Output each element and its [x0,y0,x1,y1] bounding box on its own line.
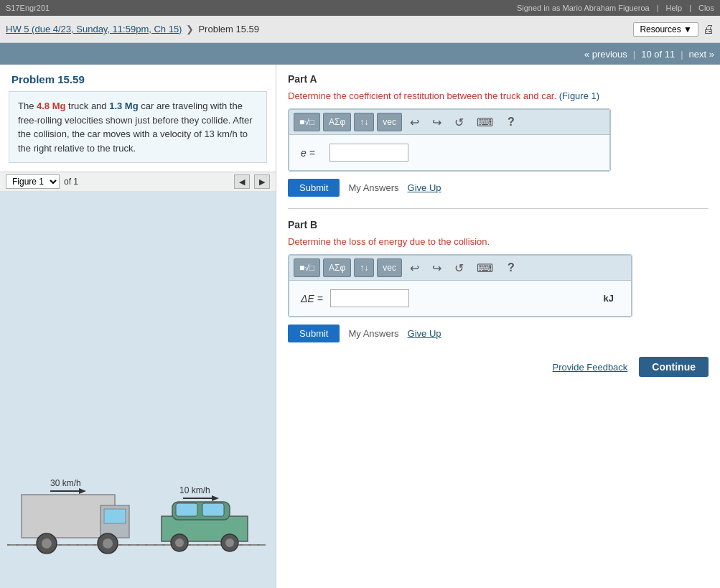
part-a-question-text: Determine the coefficient of restitution… [288,90,556,101]
refresh-btn-b[interactable]: ↺ [449,258,469,277]
svg-text:30 km/h: 30 km/h [50,478,81,488]
provide-feedback-link[interactable]: Provide Feedback [553,362,628,373]
breadcrumb-current: Problem 15.59 [198,24,259,34]
svg-point-6 [42,538,52,549]
help-btn-b[interactable]: ? [501,258,521,277]
figure-select[interactable]: Figure 1 [6,174,60,189]
problem-text: The 4.8 Mg truck and 1.3 Mg car are trav… [9,91,267,163]
main-layout: Problem 15.59 The 4.8 Mg truck and 1.3 M… [0,65,720,588]
left-panel: Problem 15.59 The 4.8 Mg truck and 1.3 M… [0,65,276,588]
breadcrumb-bar: HW 5 (due 4/23, Sunday, 11:59pm, Ch 15) … [0,16,720,43]
answer-input-a[interactable] [329,144,408,162]
keyboard-btn-b[interactable]: ⌨ [472,258,498,277]
submit-row-b: Submit My Answers Give Up [288,325,709,342]
greek-btn-a[interactable]: ΑΣφ [323,113,351,131]
close-link[interactable]: Clos [698,4,714,12]
toolbar-a: ■√□ ΑΣφ ↑↓ vec ↩ ↪ ↺ ⌨ ? [289,109,610,134]
next-link[interactable]: next » [689,49,714,60]
breadcrumb-right: Resources ▼ 🖨 [633,22,714,37]
figure-canvas: 30 km/h 10 km/h [0,191,276,588]
print-icon[interactable]: 🖨 [703,23,714,36]
figure-of: of 1 [64,177,78,187]
help-link[interactable]: Help [666,4,683,12]
refresh-btn-a[interactable]: ↺ [449,113,469,131]
arrows-btn-a[interactable]: ↑↓ [354,113,374,131]
answer-input-b[interactable] [330,289,409,307]
nav-sep2: | [681,49,683,60]
sqrt-btn-b[interactable]: ■√□ [294,258,320,277]
my-answers-b: My Answers [348,328,398,339]
part-separator [288,208,709,209]
submit-row-a: Submit My Answers Give Up [288,179,709,197]
submit-btn-a[interactable]: Submit [288,179,340,197]
page-info: 10 of 11 [641,49,675,60]
nav-sep: | [633,49,635,60]
help-btn-a[interactable]: ? [501,113,521,131]
keyboard-btn-a[interactable]: ⌨ [472,113,498,131]
svg-rect-15 [202,503,224,516]
breadcrumb-sep: ❯ [186,24,194,34]
signed-in-label: Signed in as Mario Abraham Figueroa [517,4,650,12]
problem-word: Problem [11,73,55,85]
svg-point-8 [103,538,113,549]
svg-point-17 [175,538,184,547]
answer-label-b: ΔE = [301,293,323,304]
give-up-a[interactable]: Give Up [408,182,441,193]
submit-btn-b[interactable]: Submit [288,325,340,342]
svg-marker-22 [212,495,219,501]
previous-link[interactable]: « previous [584,49,627,60]
svg-rect-4 [104,509,126,523]
unit-label-b: kJ [604,293,620,304]
course-label: S17Engr201 [6,4,50,12]
problem-number: 15.59 [57,73,85,85]
scene-svg: 30 km/h 10 km/h [7,423,266,566]
undo-btn-b[interactable]: ↩ [405,258,424,277]
nav-bar: « previous | 10 of 11 | next » [0,43,720,65]
truck-mass: 4.8 Mg [37,101,65,111]
nav-sep2: | [689,4,691,12]
part-b-question: Determine the loss of energy due to the … [288,236,709,247]
figure-selector: Figure 1 of 1 ◀ ▶ [0,172,276,191]
toolbar-b: ■√□ ΑΣφ ↑↓ vec ↩ ↪ ↺ ⌨ ? [289,255,632,280]
hw-link[interactable]: HW 5 (due 4/23, Sunday, 11:59pm, Ch 15) [6,24,182,34]
arrows-btn-b[interactable]: ↑↓ [354,258,374,277]
redo-btn-a[interactable]: ↪ [427,113,447,131]
my-answers-a: My Answers [348,182,398,193]
svg-marker-11 [79,488,86,494]
answer-label-a: e = [301,147,322,159]
right-panel: Part A Determine the coefficient of rest… [276,65,720,588]
part-a-question: Determine the coefficient of restitution… [288,90,709,101]
figure-next-arrow[interactable]: ▶ [254,174,270,189]
vec-btn-a[interactable]: vec [377,113,402,131]
top-bar: S17Engr201 Signed in as Mario Abraham Fi… [0,0,720,16]
sqrt-btn-a[interactable]: ■√□ [294,113,320,131]
svg-rect-14 [176,503,197,516]
continue-button[interactable]: Continue [639,357,709,377]
greek-btn-b[interactable]: ΑΣφ [323,258,351,277]
resources-button[interactable]: Resources ▼ [633,22,698,37]
problem-title: Problem 15.59 [0,65,276,91]
text-mid1: truck and [65,101,109,111]
redo-btn-b[interactable]: ↪ [427,258,447,277]
part-b-question-text: Determine the loss of energy due to the … [288,236,490,247]
answer-area-b: ΔE = kJ [289,280,632,317]
give-up-b[interactable]: Give Up [408,328,441,339]
svg-text:10 km/h: 10 km/h [179,485,210,495]
undo-btn-a[interactable]: ↩ [405,113,424,131]
breadcrumb: HW 5 (due 4/23, Sunday, 11:59pm, Ch 15) … [6,24,259,34]
action-row: Provide Feedback Continue [288,357,709,377]
figure-prev-arrow[interactable]: ◀ [234,174,250,189]
svg-point-19 [225,538,234,547]
text-intro: The [18,101,37,111]
nav-sep: | [657,4,659,12]
vec-btn-b[interactable]: vec [377,258,402,277]
part-a-title: Part A [288,73,709,85]
car-mass: 1.3 Mg [109,101,138,111]
part-b-title: Part B [288,219,709,230]
answer-area-a: e = [289,134,610,171]
figure-link-a[interactable]: (Figure 1) [559,90,599,101]
